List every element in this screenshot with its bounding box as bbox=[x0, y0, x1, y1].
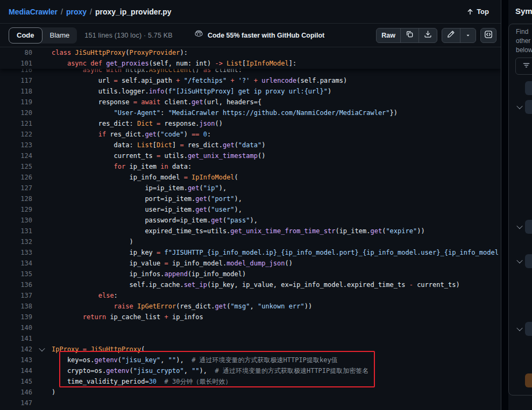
symbol-pill[interactable] bbox=[525, 220, 532, 234]
code-token: user=ip_item. bbox=[52, 206, 195, 213]
symbol-pill[interactable] bbox=[525, 254, 532, 268]
line-number[interactable]: 101 bbox=[0, 58, 32, 69]
code-token: password=ip_item. bbox=[52, 217, 211, 224]
line-number[interactable]: 128 bbox=[0, 193, 32, 204]
code-line-text: user=ip_item.get("user"), bbox=[52, 204, 501, 215]
code-token bbox=[52, 60, 67, 67]
line-number[interactable]: 139 bbox=[0, 312, 32, 322]
raw-button[interactable]: Raw bbox=[377, 28, 400, 42]
back-to-top-button[interactable]: Top bbox=[463, 5, 492, 18]
chevron-down-icon[interactable] bbox=[516, 103, 522, 109]
line-number[interactable]: 142 bbox=[0, 344, 32, 355]
line-number[interactable]: 127 bbox=[0, 183, 32, 193]
collapse-toggle[interactable] bbox=[32, 344, 52, 355]
code-line: 126 ip_info_model = IpInfoModel( bbox=[0, 172, 501, 183]
fold-gutter bbox=[32, 161, 52, 172]
code-token: ip_cache_list bbox=[106, 313, 164, 321]
code-token: JiSuHttpProxy bbox=[90, 346, 141, 353]
line-number[interactable]: 125 bbox=[0, 161, 32, 172]
line-number[interactable]: 145 bbox=[0, 376, 32, 387]
line-number[interactable]: 80 bbox=[0, 47, 32, 58]
line-number[interactable]: 135 bbox=[0, 269, 32, 279]
line-number[interactable]: 144 bbox=[0, 365, 32, 376]
symbol-pill[interactable] bbox=[525, 100, 532, 114]
code-token: , bbox=[184, 367, 191, 375]
symbol-pill[interactable] bbox=[525, 81, 532, 95]
code-token: class bbox=[52, 49, 75, 56]
code-token: = bbox=[83, 346, 87, 353]
line-number[interactable]: 120 bbox=[0, 107, 32, 118]
code-token: f"JISUHTTP_{ip_info_model.ip}_{ip_info_m… bbox=[165, 249, 499, 256]
line-number[interactable]: 122 bbox=[0, 129, 32, 140]
code-token: "data" bbox=[238, 141, 261, 149]
line-number[interactable]: 117 bbox=[0, 75, 32, 86]
symbols-panel-toggle-button[interactable] bbox=[480, 28, 496, 43]
line-number[interactable]: 137 bbox=[0, 290, 32, 301]
code-token: + bbox=[230, 77, 234, 84]
tab-blame[interactable]: Blame bbox=[42, 27, 77, 44]
code-token: List bbox=[226, 60, 242, 67]
code-token: () bbox=[191, 69, 203, 74]
code-line: 133 ip_key = f"JISUHTTP_{ip_info_model.i… bbox=[0, 247, 501, 258]
tab-code[interactable]: Code bbox=[9, 27, 42, 44]
edit-file-button[interactable] bbox=[442, 28, 460, 42]
fold-gutter bbox=[32, 376, 52, 387]
symbol-pill-highlighted[interactable] bbox=[525, 373, 532, 387]
code-line-text: crypto=os.getenv("jisu_crypto", ""), # 通… bbox=[52, 365, 501, 376]
breadcrumb-repo-link[interactable]: MediaCrawler bbox=[9, 8, 58, 16]
code-line-text: response = await client.get(url, headers… bbox=[52, 97, 501, 107]
code-line: 147 bbox=[0, 398, 501, 408]
code-token: self.api_path bbox=[118, 77, 176, 84]
line-number[interactable]: 121 bbox=[0, 118, 32, 129]
chevron-down-icon[interactable] bbox=[516, 257, 522, 263]
breadcrumb-folder-link[interactable]: proxy bbox=[66, 8, 87, 16]
line-number[interactable]: 136 bbox=[0, 279, 32, 290]
line-number[interactable]: 116 bbox=[0, 69, 32, 75]
symbols-filter-button[interactable] bbox=[515, 57, 532, 75]
line-number[interactable]: 129 bbox=[0, 204, 32, 215]
code-token: # 通过环境变量的方式获取极速HTTPIP提取key值 bbox=[191, 356, 337, 364]
line-number[interactable]: 134 bbox=[0, 258, 32, 269]
line-number[interactable]: 138 bbox=[0, 301, 32, 312]
code-token: "port" bbox=[211, 195, 234, 203]
line-number[interactable]: 123 bbox=[0, 140, 32, 150]
code-token: (ip_key, ip_value, ex=ip_info_model.expi… bbox=[207, 281, 409, 289]
code-token: current_ts bbox=[52, 152, 157, 160]
code-token: ) bbox=[52, 389, 55, 396]
line-number[interactable]: 124 bbox=[0, 150, 32, 161]
chevron-down-icon[interactable] bbox=[516, 223, 522, 229]
code-token: return bbox=[83, 313, 106, 321]
code-token: ( bbox=[235, 174, 238, 181]
copilot-banner: Code 55% faster with GitHub Copilot bbox=[194, 30, 324, 41]
line-number[interactable]: 118 bbox=[0, 86, 32, 97]
line-number[interactable]: 133 bbox=[0, 247, 32, 258]
fold-gutter bbox=[32, 204, 52, 215]
code-token: = bbox=[114, 77, 118, 84]
code-token bbox=[160, 249, 164, 256]
copy-raw-button[interactable] bbox=[400, 28, 418, 42]
code-line: 128 port=ip_item.get("port"), bbox=[0, 193, 501, 204]
line-number[interactable]: 146 bbox=[0, 387, 32, 398]
code-line-text: port=ip_item.get("port"), bbox=[52, 193, 501, 204]
line-number[interactable]: 131 bbox=[0, 226, 32, 236]
code-line-text bbox=[52, 398, 501, 408]
line-number[interactable]: 132 bbox=[0, 236, 32, 247]
edit-options-dropdown[interactable] bbox=[460, 28, 476, 42]
line-number[interactable]: 126 bbox=[0, 172, 32, 183]
line-number[interactable]: 147 bbox=[0, 398, 32, 408]
line-number[interactable]: 143 bbox=[0, 355, 32, 365]
line-number[interactable]: 119 bbox=[0, 97, 32, 107]
code-line-text: current_ts = utils.get_unix_timestamp() bbox=[52, 150, 501, 161]
code-token bbox=[52, 303, 114, 310]
code-line: 139 return ip_cache_list + ip_infos bbox=[0, 312, 501, 322]
code-token: get bbox=[370, 227, 382, 235]
line-number[interactable]: 140 bbox=[0, 322, 32, 333]
line-number[interactable]: 130 bbox=[0, 215, 32, 226]
download-button[interactable] bbox=[418, 28, 437, 42]
line-number[interactable]: 141 bbox=[0, 333, 32, 344]
symbol-pill[interactable] bbox=[525, 322, 532, 336]
code-token: self.ip_cache. bbox=[52, 281, 184, 289]
code-token: , bbox=[160, 356, 168, 364]
chevron-down-icon[interactable] bbox=[516, 325, 522, 331]
breadcrumb-file-name: proxy_ip_provider.py bbox=[95, 8, 172, 16]
